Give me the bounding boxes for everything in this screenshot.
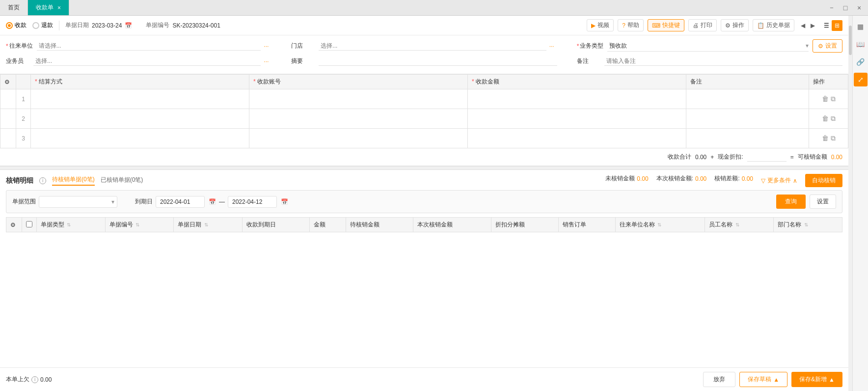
- maximize-button[interactable]: □: [841, 4, 850, 12]
- row-amount-1[interactable]: [468, 89, 686, 109]
- row-payment-3[interactable]: [31, 129, 249, 148]
- scope-select[interactable]: [39, 196, 117, 208]
- select-all-checkbox[interactable]: [26, 221, 32, 227]
- radio-refund[interactable]: 退款: [32, 21, 53, 29]
- save-new-arrow-icon[interactable]: ▲: [829, 376, 835, 383]
- verify-info-icon[interactable]: i: [39, 177, 46, 184]
- row-payment-1[interactable]: [31, 89, 249, 109]
- bt-th-discount: 折扣分摊额: [491, 218, 558, 232]
- bt-th-checkbox[interactable]: [22, 218, 37, 232]
- abandon-button[interactable]: 放弃: [703, 372, 735, 387]
- date-calendar-icon[interactable]: 📅: [125, 22, 132, 29]
- discount-input[interactable]: [747, 152, 787, 162]
- filter-icon: ▽: [761, 177, 765, 184]
- order-info-icon[interactable]: i: [31, 376, 38, 383]
- shortcut-button[interactable]: ⌨ 快捷键: [648, 19, 684, 31]
- due-from-cal-icon[interactable]: 📅: [209, 198, 216, 205]
- partner-required-mark: *: [6, 43, 8, 50]
- row-amount-3[interactable]: [468, 129, 686, 148]
- tab-done[interactable]: 已核销单据(0笔): [101, 176, 143, 185]
- copy-icon-2[interactable]: ⧉: [831, 114, 836, 123]
- sidebar-table-icon[interactable]: ▦: [854, 20, 868, 33]
- delete-icon-2[interactable]: 🗑: [822, 114, 829, 123]
- save-draft-arrow-icon[interactable]: ▲: [773, 376, 779, 383]
- shop-label: 门店: [291, 42, 319, 50]
- history-icon: 📋: [757, 22, 764, 29]
- tab-active[interactable]: 收款单 ×: [28, 0, 69, 15]
- operation-button[interactable]: ⚙ 操作: [721, 19, 749, 31]
- query-button[interactable]: 查询: [776, 195, 806, 209]
- sidebar-link-icon[interactable]: 🔗: [854, 55, 868, 69]
- row-remark-3[interactable]: [686, 129, 809, 148]
- delete-icon-3[interactable]: 🗑: [822, 134, 829, 142]
- bt-th-number: 单据编号 ⇅: [105, 218, 174, 232]
- help-button[interactable]: ? 帮助: [618, 19, 644, 31]
- staff-input[interactable]: [33, 56, 261, 66]
- sort-icon-type[interactable]: ⇅: [67, 222, 71, 227]
- tab-close-icon[interactable]: ×: [57, 4, 61, 11]
- row-actions-2: 🗑 ⧉: [809, 109, 848, 129]
- video-button[interactable]: ▶ 视频: [587, 19, 614, 31]
- due-to-input[interactable]: [228, 196, 277, 208]
- bt-th-date: 单据日期 ⇅: [174, 218, 243, 232]
- th-amount: * 收款金额: [468, 75, 686, 89]
- grid-view-btn[interactable]: ⊞: [832, 20, 842, 31]
- shop-input[interactable]: [319, 41, 546, 51]
- sidebar-book-icon[interactable]: 📖: [854, 37, 868, 51]
- row-account-1[interactable]: [249, 89, 468, 109]
- sort-icon-date[interactable]: ⇅: [204, 222, 208, 227]
- sort-icon-number[interactable]: ⇅: [136, 222, 139, 227]
- next-arrow[interactable]: ▶: [808, 21, 817, 30]
- close-button[interactable]: ×: [854, 4, 864, 12]
- list-view-btn[interactable]: ☰: [821, 20, 832, 31]
- sort-icon-staff[interactable]: ⇅: [735, 222, 739, 227]
- prev-arrow[interactable]: ◀: [798, 21, 807, 30]
- partner-more-icon[interactable]: ···: [261, 43, 271, 50]
- tab-pending[interactable]: 待核销单据(0笔): [52, 175, 95, 186]
- sidebar-expand-icon[interactable]: ⤢: [854, 73, 868, 86]
- row-remark-2[interactable]: [686, 109, 809, 129]
- doc-date-value[interactable]: 2023-03-24: [92, 22, 122, 29]
- diff-stat: 核销差额: 0.00: [714, 174, 753, 183]
- auto-verify-button[interactable]: 自动核销: [805, 174, 842, 187]
- tab-home[interactable]: 首页: [0, 0, 28, 15]
- history-button[interactable]: 📋 历史单据: [753, 19, 794, 31]
- row-account-2[interactable]: [249, 109, 468, 129]
- remark-input[interactable]: [604, 56, 842, 66]
- copy-icon-1[interactable]: ⧉: [831, 95, 836, 103]
- save-draft-button[interactable]: 保存草稿 ▲: [739, 372, 787, 387]
- sort-icon-partner[interactable]: ⇅: [657, 222, 661, 227]
- due-to-cal-icon[interactable]: 📅: [281, 198, 288, 205]
- row-remark-1[interactable]: [686, 89, 809, 109]
- tab-active-label: 收款单: [36, 3, 54, 12]
- radio-refund-dot: [32, 22, 39, 29]
- staff-label: 业务员: [6, 57, 33, 65]
- shop-more-icon[interactable]: ···: [546, 43, 557, 50]
- print-button[interactable]: 🖨 打印: [688, 19, 717, 31]
- divider: [59, 21, 59, 30]
- sort-icon-dept[interactable]: ⇅: [804, 222, 808, 227]
- form-settings-button[interactable]: ⚙ 设置: [813, 39, 842, 53]
- radio-receive[interactable]: 收款: [6, 21, 27, 29]
- save-new-button[interactable]: 保存&新增 ▲: [791, 372, 842, 387]
- biz-type-select[interactable]: 预收款 ▾: [607, 41, 809, 52]
- scrollbar[interactable]: [848, 16, 852, 391]
- row-account-3[interactable]: [249, 129, 468, 148]
- minimize-button[interactable]: －: [827, 3, 837, 12]
- due-from-input[interactable]: [156, 196, 205, 208]
- more-conditions-button[interactable]: ▽ 更多条件 ∧: [761, 176, 797, 185]
- verify-settings-button[interactable]: 设置: [810, 195, 836, 209]
- staff-more-icon[interactable]: ···: [261, 58, 271, 65]
- bottom-table-section: ⚙ 单据类型 ⇅ 单据编号 ⇅: [6, 217, 842, 232]
- summary-input[interactable]: [319, 56, 557, 66]
- delete-icon-1[interactable]: 🗑: [822, 95, 829, 103]
- table-settings-gear-icon[interactable]: ⚙: [4, 79, 10, 85]
- bt-th-settings[interactable]: ⚙: [6, 218, 22, 232]
- row-payment-2[interactable]: [31, 109, 249, 129]
- partner-input[interactable]: [37, 41, 261, 51]
- scrollbar-thumb[interactable]: [849, 26, 852, 55]
- row-amount-2[interactable]: [468, 109, 686, 129]
- th-settings[interactable]: ⚙: [0, 75, 16, 89]
- copy-icon-3[interactable]: ⧉: [831, 134, 836, 142]
- verify-stats: 未核销金额 0.00 本次核销金额: 0.00 核销差额: 0.00: [605, 174, 753, 183]
